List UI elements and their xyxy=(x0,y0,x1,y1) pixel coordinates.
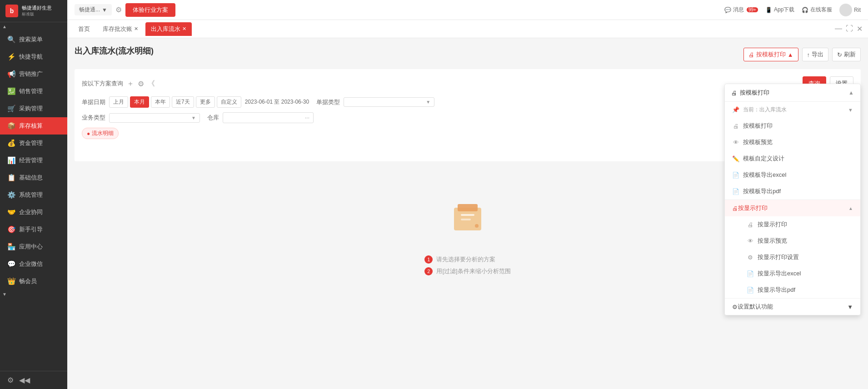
filter-tag-item[interactable]: ● 流水明细 xyxy=(82,128,119,139)
template-custom-label: 模板自定义设计 xyxy=(743,155,784,163)
export-icon: ↑ xyxy=(807,51,810,58)
sidebar-item-label: 企业协同 xyxy=(19,208,43,216)
display-section-header[interactable]: 🖨 按显示打印 ▲ xyxy=(725,200,860,216)
biz-type-select[interactable]: ▼ xyxy=(109,113,200,123)
header-right: 💬 消息 99+ 📱 App下载 🎧 在线客服 Rit xyxy=(724,4,861,16)
settings-bottom-icon[interactable]: ⚙ xyxy=(7,376,14,384)
add-filter-btn[interactable]: ＋ xyxy=(127,79,134,89)
filter-collapse-icon[interactable]: 《 xyxy=(148,79,155,89)
print-dropdown-panel: 🖨 按模板打印 ▲ 📌 当前：出入库流水 ▼ 🖨 按模板打印 👁 xyxy=(724,84,861,315)
dropdown-item-display-print[interactable]: 🖨 按显示打印 xyxy=(725,216,860,233)
dropdown-footer[interactable]: ⚙ 设置默认功能 ▼ xyxy=(725,298,860,315)
date-btn-this-month[interactable]: 本月 xyxy=(130,96,149,108)
message-action[interactable]: 💬 消息 99+ xyxy=(724,6,758,14)
sidebar-item-purchase[interactable]: 🛒 采购管理 xyxy=(0,100,67,117)
settings-gear-icon[interactable]: ⚙ xyxy=(115,5,122,14)
sidebar-item-guide[interactable]: 🎯 新手引导 xyxy=(0,221,67,238)
sidebar-item-search[interactable]: 🔍 搜索菜单 xyxy=(0,31,67,48)
sidebar-item-inventory[interactable]: 📦 库存核算 xyxy=(0,117,67,135)
warehouse-label: 仓库 xyxy=(207,114,219,122)
tab-maximize-icon[interactable]: ⛶ xyxy=(846,25,853,33)
logo-badge: 标准版 xyxy=(22,11,52,17)
user-profile[interactable]: Rit xyxy=(839,4,861,16)
display-settings-label: 按显示打印设置 xyxy=(758,253,799,261)
print-template-btn[interactable]: 🖨 按模板打印 ▲ xyxy=(743,48,798,61)
dropdown-item-display-excel[interactable]: 📄 按显示导出excel xyxy=(725,265,860,282)
search-icon: 🔍 xyxy=(7,35,15,44)
tab-close-all-icon[interactable]: ✕ xyxy=(857,25,863,33)
sidebar-item-label: 采购管理 xyxy=(19,105,43,113)
page-header: 出入库流水(流水明细) 🖨 按模板打印 ▲ ↑ 导出 ↻ 刷新 xyxy=(75,45,861,64)
date-btn-more[interactable]: 更多 xyxy=(196,96,215,108)
header-left: 畅捷通... ▼ ⚙ 体验行业方案 xyxy=(75,3,175,17)
sidebar-item-wechat[interactable]: 💬 企业微信 xyxy=(0,255,67,273)
dropdown-current-label-row: 📌 当前：出入库流水 ▼ xyxy=(725,102,860,118)
date-btn-custom[interactable]: 自定义 xyxy=(217,96,241,108)
page-title: 出入库流水(流水明细) xyxy=(75,45,154,56)
tab-flow-close-icon[interactable]: ✕ xyxy=(182,26,186,32)
tab-home[interactable]: 首页 xyxy=(73,22,95,36)
sidebar-item-member[interactable]: 👑 畅会员 xyxy=(0,273,67,290)
tab-batch-account[interactable]: 库存批次账 ✕ xyxy=(97,22,144,36)
empty-step-1: 1 请先选择要分析的方案 xyxy=(424,255,510,264)
filter-settings-icon[interactable]: ⚙ xyxy=(138,80,144,88)
dropdown-item-template-pdf[interactable]: 📄 按模板导出pdf xyxy=(725,183,860,199)
sidebar-item-basic[interactable]: 📋 基础信息 xyxy=(0,169,67,186)
dropdown-collapse-icon[interactable]: ▲ xyxy=(848,90,854,96)
display-items-group: 🖨 按显示打印 👁 按显示预览 ⚙ 按显示打印设置 📄 按显示导出excel xyxy=(725,216,860,298)
tab-flow[interactable]: 出入库流水 ✕ xyxy=(145,22,192,36)
sidebar-nav: ▲ 🔍 搜索菜单 ⚡ 快捷导航 📢 营销推广 💹 销售管理 🛒 采购管理 📦 库… xyxy=(0,22,67,371)
display-pdf-label: 按显示导出pdf xyxy=(758,286,795,294)
scroll-up-btn[interactable]: ▲ xyxy=(0,22,9,31)
sidebar-item-quick-nav[interactable]: ⚡ 快捷导航 xyxy=(0,48,67,65)
display-excel-label: 按显示导出excel xyxy=(758,269,801,278)
sidebar-item-label: 企业微信 xyxy=(19,260,43,268)
date-btn-this-year[interactable]: 本年 xyxy=(151,96,170,108)
sidebar-item-marketing[interactable]: 📢 营销推广 xyxy=(0,65,67,83)
industry-btn[interactable]: 体验行业方案 xyxy=(125,3,175,17)
dropdown-item-template-print[interactable]: 🖨 按模板打印 xyxy=(725,118,860,134)
template-preview-icon: 👁 xyxy=(732,139,739,146)
tab-batch-account-label: 库存批次账 xyxy=(103,25,132,33)
user-selector[interactable]: 畅捷通... ▼ xyxy=(75,4,112,15)
tab-expand: — ⛶ ✕ xyxy=(835,25,863,33)
appstore-icon: 🏪 xyxy=(7,243,15,251)
date-btn-last-month[interactable]: 上月 xyxy=(109,96,128,108)
sidebar-item-appstore[interactable]: 🏪 应用中心 xyxy=(0,238,67,255)
print-arrow-up-icon: ▲ xyxy=(788,51,793,58)
tab-minimize-icon[interactable]: — xyxy=(835,25,842,33)
type-select[interactable]: ▼ xyxy=(344,97,434,107)
tabs-bar: 首页 库存批次账 ✕ 出入库流水 ✕ — ⛶ ✕ xyxy=(67,20,868,38)
sidebar-item-system[interactable]: ⚙️ 系统管理 xyxy=(0,186,67,204)
sales-icon: 💹 xyxy=(7,87,15,95)
display-settings-icon: ⚙ xyxy=(747,254,754,261)
warehouse-select[interactable]: ··· xyxy=(223,112,314,123)
dropdown-item-template-preview[interactable]: 👁 按模板预览 xyxy=(725,134,860,150)
sidebar-item-finance[interactable]: 💰 资金管理 xyxy=(0,135,67,152)
sidebar-item-label: 新手引导 xyxy=(19,225,43,234)
step-1-num: 1 xyxy=(424,255,433,264)
tab-batch-account-close-icon[interactable]: ✕ xyxy=(134,26,138,32)
dropdown-item-template-excel[interactable]: 📄 按模板导出excel xyxy=(725,167,860,183)
display-preview-label: 按显示预览 xyxy=(758,237,787,245)
page-content: 出入库流水(流水明细) 🖨 按模板打印 ▲ ↑ 导出 ↻ 刷新 xyxy=(67,38,868,389)
user-selector-arrow-icon: ▼ xyxy=(102,7,107,13)
dropdown-item-display-pdf[interactable]: 📄 按显示导出pdf xyxy=(725,282,860,298)
print-icon: 🖨 xyxy=(748,51,754,58)
dropdown-item-template-custom[interactable]: ✏️ 模板自定义设计 xyxy=(725,150,860,167)
dropdown-item-display-preview[interactable]: 👁 按显示预览 xyxy=(725,233,860,249)
export-btn[interactable]: ↑ 导出 xyxy=(802,48,829,61)
dropdown-item-display-settings[interactable]: ⚙ 按显示打印设置 xyxy=(725,249,860,265)
collapse-sidebar-btn[interactable]: ◀◀ xyxy=(19,376,30,384)
display-pdf-icon: 📄 xyxy=(747,286,754,294)
svg-point-4 xyxy=(475,224,479,228)
date-btn-last-7-days[interactable]: 近7天 xyxy=(172,96,194,108)
sidebar-item-operation[interactable]: 📊 经营管理 xyxy=(0,152,67,169)
sidebar-item-sales[interactable]: 💹 销售管理 xyxy=(0,83,67,100)
dropdown-print-icon: 🖨 xyxy=(731,90,737,96)
customer-service-action[interactable]: 🎧 在线客服 xyxy=(802,6,832,14)
sidebar-item-collab[interactable]: 🤝 企业协同 xyxy=(0,204,67,221)
scroll-down-btn[interactable]: ▼ xyxy=(0,290,9,299)
app-download-action[interactable]: 📱 App下载 xyxy=(765,6,794,14)
refresh-btn[interactable]: ↻ 刷新 xyxy=(832,48,861,61)
